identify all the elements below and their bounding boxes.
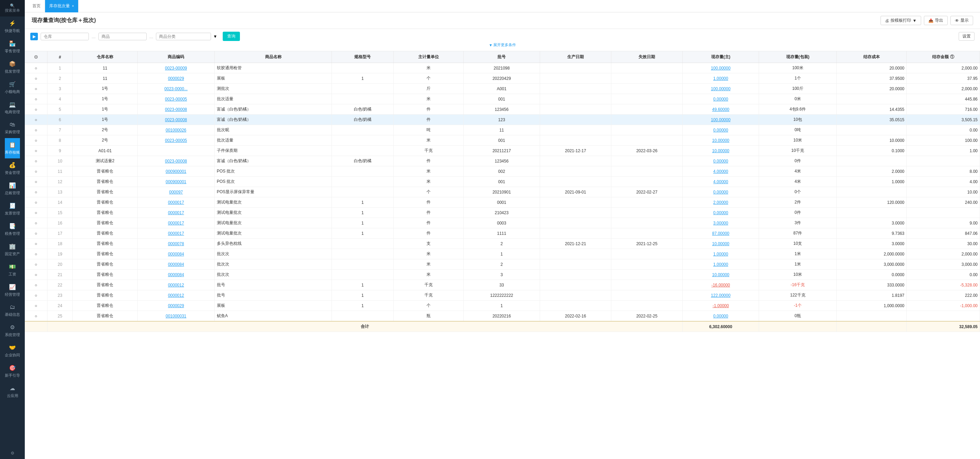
cell-code[interactable]: 0000012 xyxy=(137,280,215,290)
cell-qty_main[interactable]: 0.00000 xyxy=(682,94,759,104)
cell-qty_main[interactable]: 87.00000 xyxy=(682,228,759,239)
cell-code[interactable]: 001000026 xyxy=(137,125,215,135)
cell-qty_main[interactable]: 0.00000 xyxy=(682,187,759,197)
cell-code[interactable]: 0023-00008 xyxy=(137,104,215,115)
cell-code[interactable]: 0000029 xyxy=(137,301,215,311)
cell-spec xyxy=(332,84,393,94)
cell-code[interactable]: 0000084 xyxy=(137,259,215,269)
cell-total_cost: 2,000.00 xyxy=(907,249,980,259)
cell-code[interactable]: 0023-00008 xyxy=(137,115,215,125)
cell-qty_main[interactable]: 100.00000 xyxy=(682,63,759,73)
cell-qty_main[interactable]: 100.00000 xyxy=(682,84,759,94)
settings-button[interactable]: 设置 xyxy=(959,32,975,41)
sidebar-item-quick-nav[interactable]: ⚡ 快捷导航 xyxy=(5,16,20,37)
cell-code[interactable] xyxy=(137,146,215,156)
sidebar-item-ecom[interactable]: 💻 电商管理 xyxy=(5,98,20,118)
cell-qty_main[interactable]: -1.00000 xyxy=(682,301,759,311)
cell-qty_main[interactable]: 10.00000 xyxy=(682,146,759,156)
cell-code[interactable]: 000900001 xyxy=(137,177,215,187)
expand-conditions-button[interactable]: ▼ 展开更多条件 xyxy=(489,42,516,48)
sidebar-item-payroll[interactable]: 💵 工资 xyxy=(5,260,20,280)
cell-unit_cost: 0.1000 xyxy=(837,146,906,156)
cell-checkbox: ○ xyxy=(25,94,47,104)
cell-code[interactable]: 0000017 xyxy=(137,218,215,228)
cell-code[interactable]: 000097 xyxy=(137,187,215,197)
cell-code[interactable]: 0000017 xyxy=(137,228,215,239)
sidebar: 🔍 搜索菜单 ⚡ 快捷导航 🏪 零售管理 📦 批发管理 🛒 小额电商 💻 电商管… xyxy=(0,0,25,459)
cell-code[interactable]: 0023-00005 xyxy=(137,135,215,146)
sidebar-item-mini-ecom[interactable]: 🛒 小额电商 xyxy=(5,78,20,98)
cell-code[interactable]: 0023-0000... xyxy=(137,84,215,94)
cell-code[interactable]: 000900001 xyxy=(137,166,215,177)
cell-code[interactable]: 0000084 xyxy=(137,269,215,280)
sidebar-item-inventory[interactable]: 📋 库存核账 xyxy=(5,138,20,158)
sidebar-settings[interactable]: ⚙ xyxy=(0,447,25,459)
cell-qty_main[interactable]: -16.00000 xyxy=(682,280,759,290)
cell-qty_main[interactable]: 0.00000 xyxy=(682,208,759,218)
cell-name: 展板 xyxy=(215,301,332,311)
cell-qty_main[interactable]: 122.00000 xyxy=(682,290,759,301)
cell-unit_cost xyxy=(837,187,906,197)
cell-qty_main[interactable]: 0.00000 xyxy=(682,125,759,135)
sidebar-search[interactable]: 🔍 搜索菜单 xyxy=(0,0,25,16)
query-button[interactable]: 查询 xyxy=(223,32,240,41)
sidebar-item-collab[interactable]: 🤝 企业协同 xyxy=(5,341,20,361)
sidebar-item-cloud[interactable]: ☁ 云应用 xyxy=(5,381,20,402)
sidebar-item-system[interactable]: ⚙ 系统管理 xyxy=(5,320,20,341)
cell-qty_main[interactable]: 100.00000 xyxy=(682,115,759,125)
cell-qty_main[interactable]: 10.00000 xyxy=(682,135,759,146)
cell-qty_main[interactable]: 0.00000 xyxy=(682,156,759,166)
cell-code[interactable]: 0000017 xyxy=(137,208,215,218)
sidebar-item-ops[interactable]: 📈 经营管理 xyxy=(5,280,20,301)
sidebar-item-tax[interactable]: 📑 税务管理 xyxy=(5,219,20,240)
sidebar-item-assets[interactable]: 💰 资金管理 xyxy=(5,158,20,179)
cell-qty_main[interactable]: 4.00000 xyxy=(682,166,759,177)
cell-qty_main[interactable]: 0.00000 xyxy=(682,311,759,322)
cell-code[interactable]: 0023-00008 xyxy=(137,156,215,166)
cell-qty_main[interactable]: 1.00000 xyxy=(682,259,759,269)
sidebar-item-invoice[interactable]: 🧾 发票管理 xyxy=(5,199,20,219)
cell-seq: 5 xyxy=(47,104,72,115)
tab-close-inventory-batch[interactable]: × xyxy=(72,4,74,8)
cell-qty_main[interactable]: 49.60000 xyxy=(682,104,759,115)
cell-code[interactable]: 0000084 xyxy=(137,249,215,259)
category-filter[interactable] xyxy=(156,33,211,40)
filter-arrow-button[interactable]: ▶ xyxy=(30,33,38,40)
tab-inventory-batch[interactable]: 库存批次量× xyxy=(45,0,78,13)
cell-qty_main[interactable]: 2.00000 xyxy=(682,197,759,208)
cell-code[interactable]: 0000029 xyxy=(137,73,215,84)
footer-empty-2 xyxy=(837,321,906,332)
cell-code[interactable]: 001000031 xyxy=(137,311,215,322)
sidebar-item-newbie[interactable]: 🎯 新手引导 xyxy=(5,361,20,381)
print-button[interactable]: 🖨 按模板打印 ▼ xyxy=(881,16,921,25)
cell-code[interactable]: 0000012 xyxy=(137,290,215,301)
cell-code[interactable]: 0023-00009 xyxy=(137,63,215,73)
cell-code[interactable]: 0000078 xyxy=(137,239,215,249)
tab-home[interactable]: 首页 xyxy=(28,0,45,13)
sidebar-item-fixed-assets[interactable]: 🏢 固定资产 xyxy=(5,240,20,260)
col-header-seq: # xyxy=(47,51,72,63)
cell-qty_main[interactable]: 10.00000 xyxy=(682,239,759,249)
cell-qty_main[interactable]: 10.00000 xyxy=(682,269,759,280)
sidebar-item-base[interactable]: 🗂 基础信息 xyxy=(5,301,20,320)
warehouse-filter[interactable] xyxy=(41,33,89,40)
cell-seq: 22 xyxy=(47,280,72,290)
toggle-button[interactable]: 👁 显示 xyxy=(950,16,973,25)
export-button[interactable]: 📤 导出 xyxy=(924,16,948,25)
sidebar-item-retail[interactable]: 🏪 零售管理 xyxy=(5,37,20,57)
cell-qty_main[interactable]: 1.00000 xyxy=(682,73,759,84)
cell-qty_main[interactable]: 3.00000 xyxy=(682,218,759,228)
sidebar-item-general[interactable]: 📊 总账管理 xyxy=(5,179,20,199)
cell-code[interactable]: 0023-00005 xyxy=(137,94,215,104)
ecom-icon: 💻 xyxy=(9,101,16,108)
cell-code[interactable]: 0000017 xyxy=(137,197,215,208)
sidebar-item-purchase[interactable]: 🛍 采购管理 xyxy=(5,118,20,138)
table-row: ○61号0023-00008富诚（白色/奶橘）白色/奶橘件123100.0000… xyxy=(25,115,980,125)
cell-qty_main[interactable]: 4.00000 xyxy=(682,177,759,187)
sidebar-item-wholesale[interactable]: 📦 批发管理 xyxy=(5,57,20,78)
cell-prod_date xyxy=(540,177,611,187)
table-row: ○82号0023-00005批次适量米00110.0000010米10.0000… xyxy=(25,135,980,146)
product-filter[interactable] xyxy=(99,33,146,40)
cell-batch: 1 xyxy=(463,301,540,311)
cell-qty_main[interactable]: 1.00000 xyxy=(682,249,759,259)
